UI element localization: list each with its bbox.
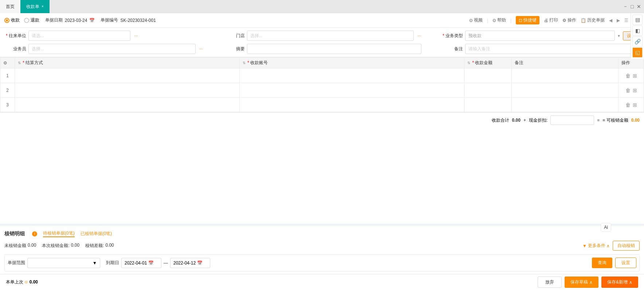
window-minimize[interactable]: － [623,3,628,10]
form-header: 收款 退款 单据日期 2023-03-24 📅 单据编号 SK-20230324… [0,13,644,28]
table-row: 2 🗑 ⊞ [0,83,644,98]
save-new-btn[interactable]: 保存&新增 ∧ [601,277,638,288]
query-row: 单据范围 ▼ 到期日 2022-04-01 📅 — 2022-04-12 📅 [4,254,640,271]
window-close[interactable]: ✕ [637,4,641,9]
sidebar-btn-3[interactable]: 🔗 [632,36,643,47]
cell-amount-3[interactable] [464,98,512,112]
nav-next[interactable]: ▶ [617,18,620,23]
row-num-1: 1 [0,68,15,83]
shop-label: 门店 [223,33,245,39]
operations-label: 操作 [568,17,576,23]
cell-amount-1[interactable] [464,68,512,83]
order-icon[interactable]: ⊙ [24,279,28,285]
query-btn[interactable]: 查询 [592,258,612,268]
result-value: 0.00 [631,118,640,123]
nuclear-info-icon[interactable]: i [32,231,37,236]
sidebar-btn-4[interactable]: ◱ [632,47,643,58]
result-label: = 可核销金额 [602,117,628,124]
shop-more[interactable]: ··· [417,33,421,38]
delete-icon-2[interactable]: 🗑 [625,87,631,93]
date-separator: — [164,260,168,266]
tab-receipt[interactable]: 收款单 × [20,0,50,13]
diff-stat: 核销差额: 0.00 [85,243,114,249]
biz-type-input[interactable]: 预收款 [465,31,615,41]
delete-icon-3[interactable]: 🗑 [625,102,631,108]
table-row: 1 🗑 ⊞ [0,68,644,83]
cell-actions-3: 🗑 ⊞ [619,98,644,112]
copy-icon-1[interactable]: ⊞ [633,73,637,79]
history-btn[interactable]: 📋 历史单据 [581,17,605,23]
delete-icon-1[interactable]: 🗑 [625,73,631,79]
summary-input[interactable] [247,44,421,54]
cell-account-2[interactable] [240,83,464,98]
calendar-from-icon[interactable]: 📅 [148,260,154,266]
copy-icon-2[interactable]: ⊞ [633,87,637,93]
pending-tab-label: 待核销单据(0笔) [43,230,75,236]
counterpart-placeholder: 请选... [32,33,44,39]
unclosed-stat: 未核销金额 0.00 [4,243,36,249]
print-icon: 🖨 [544,18,548,23]
diff-value: 0.00 [105,243,114,249]
shop-input[interactable]: 选择... [247,31,414,41]
shortcut-btn[interactable]: ⊡ 快捷键 [516,16,539,24]
range-select[interactable]: ▼ [27,258,100,268]
copy-icon-3[interactable]: ⊞ [633,102,637,108]
counterpart-more[interactable]: ··· [134,33,138,38]
date-from-input[interactable]: 2022-04-01 📅 [121,258,161,268]
nuclear-settings-btn[interactable]: 设置 [615,258,636,268]
cell-settle-2[interactable] [15,83,240,98]
calendar-icon[interactable]: 📅 [89,18,95,23]
discount-input[interactable] [550,115,594,125]
gear-icon[interactable]: ⚙ [3,60,7,66]
ai-badge[interactable]: Ai [601,223,611,232]
col-account-label: 收款账号 [250,60,268,65]
col-actions-label: 操作 [621,60,630,65]
cell-account-1[interactable] [240,68,464,83]
tab-home[interactable]: 首页 [0,0,20,13]
biz-type-chevron[interactable]: ▼ [617,34,621,38]
operations-btn[interactable]: ⚙ 操作 [562,17,576,23]
refund-radio[interactable]: 退款 [24,17,39,23]
sidebar-btn-2[interactable]: ◧ [632,26,643,36]
auto-close-btn[interactable]: 自动核销 [613,241,640,251]
sidebar-btn-1[interactable]: ▤ [632,15,643,25]
cell-remark-3[interactable] [512,98,619,112]
date-value[interactable]: 2023-03-24 [65,18,87,23]
nav-prev[interactable]: ◀ [609,18,612,23]
cell-amount-2[interactable] [464,83,512,98]
save-new-chevron: ∧ [629,280,632,285]
abandon-btn[interactable]: 放弃 [538,277,562,288]
done-tab[interactable]: 已核销单据(0笔) [80,231,112,237]
col-amount-label: 收款金额 [475,60,492,65]
video-icon: ⊙ [469,18,473,23]
number-field: 单据编号 SK-20230324-001 [101,17,156,23]
salesperson-more[interactable]: ··· [199,46,203,51]
counterpart-input[interactable]: 请选... [28,31,130,41]
cell-remark-1[interactable] [512,68,619,83]
help-btn[interactable]: ⊙ 帮助 [492,17,506,23]
cell-account-3[interactable] [240,98,464,112]
salesperson-input[interactable]: 选择... [28,44,196,54]
receipt-radio[interactable]: 收款 [4,17,20,23]
tab-close-icon[interactable]: × [42,0,44,13]
gear-header[interactable]: ⚙ [0,58,15,68]
more-conditions-btn[interactable]: ▼ 更多条件 ∧ [582,243,610,249]
print-btn[interactable]: 🖨 打印 [544,17,558,23]
shortcut-label: 快捷键 [523,17,537,23]
save-draft-btn[interactable]: 保存草稿 ∧ [565,277,598,288]
cell-remark-2[interactable] [512,83,619,98]
video-btn[interactable]: ⊙ 视频 [469,17,483,23]
current-value: 0.00 [71,243,79,249]
calendar-to-icon[interactable]: 📅 [197,260,203,266]
total-value: 0.00 [512,118,521,123]
range-label: 单据范围 [8,260,25,266]
view-toggle-list[interactable]: ☰ [624,18,628,23]
date-to-input[interactable]: 2022-04-12 📅 [170,258,210,268]
pending-tab[interactable]: 待核销单据(0笔) [43,230,75,237]
cell-settle-3[interactable] [15,98,240,112]
cell-settle-1[interactable] [15,68,240,83]
done-tab-label: 已核销单据(0笔) [80,231,112,237]
cell-actions-2: 🗑 ⊞ [619,83,644,98]
remark-input[interactable]: 请输入备注 [465,44,640,54]
window-maximize[interactable]: □ [631,4,634,9]
